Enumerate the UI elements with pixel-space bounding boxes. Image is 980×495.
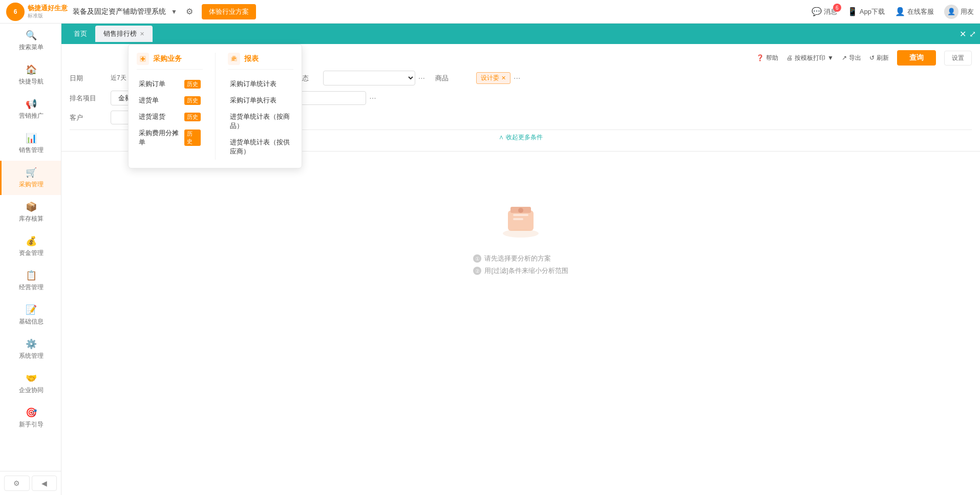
svg-text:6: 6 xyxy=(14,8,17,15)
goods-label: 商品 xyxy=(435,74,466,83)
help-label: 帮助 xyxy=(766,54,778,62)
system-title: 装备及固定资产辅助管理系统 xyxy=(73,7,166,16)
tab-bar-close-btn[interactable]: ✕ xyxy=(960,29,966,39)
logo-text: 畅捷通好生意 标准版 xyxy=(28,4,68,19)
sidebar-item-quick[interactable]: 🏠 快捷导航 xyxy=(0,58,61,92)
goods-dots-btn[interactable]: ··· xyxy=(514,74,520,83)
filter-settings-btn[interactable]: 设置 xyxy=(944,51,972,66)
user-area[interactable]: 👤 用友 xyxy=(944,5,974,19)
menu-item-purchase-order-stat[interactable]: 采购订单统计表 xyxy=(228,76,294,92)
sidebar-label-system: 系统管理 xyxy=(19,352,44,360)
home-icon: 🏠 xyxy=(26,64,37,75)
inventory-icon: 📦 xyxy=(26,201,37,212)
help-btn[interactable]: ❓ 帮助 xyxy=(756,54,778,62)
sidebar-label-quick: 快捷导航 xyxy=(19,77,44,86)
app-download-btn[interactable]: 📱 App下载 xyxy=(847,7,885,16)
print-btn[interactable]: 🖨 按模板打印 ▼ xyxy=(786,54,834,62)
sidebar-bottom: ⚙ ◀ xyxy=(0,471,61,495)
empty-tips: ① 请先选择要分析的方案 ② 用[过滤]条件来缩小分析范围 xyxy=(473,254,568,278)
sidebar-settings-btn[interactable]: ⚙ xyxy=(4,476,30,491)
order-status-select[interactable] xyxy=(323,71,415,85)
purchase-order-exec-label: 采购订单执行表 xyxy=(230,96,276,105)
menu-item-purchase-order-exec[interactable]: 采购订单执行表 xyxy=(228,92,294,109)
sidebar-collapse-btn[interactable]: ◀ xyxy=(32,476,57,491)
menu-item-purchase-order[interactable]: 采购订单 历史 xyxy=(137,76,203,92)
tab-close-icon[interactable]: ✕ xyxy=(140,31,144,37)
refresh-btn[interactable]: ↺ 刷新 xyxy=(869,54,889,62)
sidebar-label-cooperation: 企业协同 xyxy=(19,386,44,395)
goods-receipt-label: 进货单 xyxy=(139,96,159,105)
sidebar-item-basic[interactable]: 📝 基础信息 xyxy=(0,298,61,332)
print-icon: 🖨 xyxy=(786,54,793,61)
online-service-btn[interactable]: 👤 在线客服 xyxy=(895,7,934,16)
purchase-col-header: 采购业务 xyxy=(137,53,203,70)
goods-return-label: 进货退货 xyxy=(139,112,165,121)
logo-sub: 标准版 xyxy=(28,12,68,19)
sidebar-item-guide[interactable]: 🎯 新手引导 xyxy=(0,401,61,435)
print-label: 按模板打印 xyxy=(795,54,825,62)
logo-main: 畅捷通好生意 xyxy=(28,4,68,13)
goods-return-badge: 历史 xyxy=(184,113,201,121)
app-download-label: App下载 xyxy=(860,7,885,16)
export-btn[interactable]: ↗ 导出 xyxy=(842,54,861,62)
sales-icon: 📊 xyxy=(26,133,37,144)
online-service-label: 在线客服 xyxy=(907,7,934,16)
sidebar-label-basic: 基础信息 xyxy=(19,317,44,326)
message-btn[interactable]: 💬 消息 6 xyxy=(812,7,837,16)
sidebar-item-operation[interactable]: 📋 经营管理 xyxy=(0,264,61,298)
sidebar-item-finance[interactable]: 💰 资金管理 xyxy=(0,229,61,264)
sidebar-label-marketing: 营销推广 xyxy=(19,112,44,120)
content-area: 首页 销售排行榜 ✕ ✕ ⤢ ❓ 帮助 🖨 xyxy=(61,24,980,495)
rank-label: 排名项目 xyxy=(70,94,100,103)
sidebar-item-marketing[interactable]: 📢 营销推广 xyxy=(0,92,61,126)
svg-rect-10 xyxy=(232,56,236,58)
sidebar-item-sales[interactable]: 📊 销售管理 xyxy=(0,126,61,161)
report-col-icon xyxy=(228,53,240,65)
goods-tag: 设计委 ✕ xyxy=(476,72,510,84)
sidebar: 🔍 搜索菜单 🏠 快捷导航 📢 营销推广 📊 销售管理 🛒 采购管理 📦 库存核… xyxy=(0,24,61,495)
tab-home[interactable]: 首页 xyxy=(66,26,95,42)
menu-item-goods-receipt-stat-goods[interactable]: 进货单统计表（按商品） xyxy=(228,109,294,134)
svg-rect-3 xyxy=(508,210,534,231)
purchase-col: 采购业务 采购订单 历史 进货单 历史 进货退货 历史 xyxy=(137,53,203,160)
export-label: 导出 xyxy=(849,54,861,62)
goods-tag-close[interactable]: ✕ xyxy=(501,75,506,81)
tab-sales-ranking[interactable]: 销售排行榜 ✕ xyxy=(95,26,153,42)
purchase-icon: 🛒 xyxy=(26,167,37,178)
marketing-icon: 📢 xyxy=(26,98,37,110)
menu-item-purchase-expense[interactable]: 采购费用分摊单 历史 xyxy=(137,125,203,150)
sidebar-label-finance: 资金管理 xyxy=(19,249,44,257)
empty-illustration xyxy=(495,192,546,244)
basic-icon: 📝 xyxy=(26,304,37,315)
logo-icon: 6 xyxy=(6,3,25,21)
order-status-dots-btn[interactable]: ··· xyxy=(418,74,425,83)
tip-text-2: 用[过滤]条件来缩小分析范围 xyxy=(484,266,568,275)
svg-point-5 xyxy=(518,208,523,213)
experience-btn[interactable]: 体验行业方案 xyxy=(202,4,256,19)
query-btn[interactable]: 查询 xyxy=(897,50,936,66)
refresh-label: 刷新 xyxy=(877,54,889,62)
sidebar-item-cooperation[interactable]: 🤝 企业协同 xyxy=(0,367,61,401)
sidebar-item-search[interactable]: 🔍 搜索菜单 xyxy=(0,24,61,58)
menu-item-goods-return[interactable]: 进货退货 历史 xyxy=(137,109,203,125)
purchase-order-badge: 历史 xyxy=(184,80,201,89)
tab-bar-expand-btn[interactable]: ⤢ xyxy=(969,29,976,39)
sidebar-item-inventory[interactable]: 📦 库存核算 xyxy=(0,195,61,229)
logo-area: 6 畅捷通好生意 标准版 xyxy=(6,3,68,21)
sidebar-label-guide: 新手引导 xyxy=(19,420,44,429)
sidebar-item-purchase[interactable]: 🛒 采购管理 xyxy=(0,161,61,195)
svg-rect-7 xyxy=(513,218,523,220)
sidebar-item-system[interactable]: ⚙️ 系统管理 xyxy=(0,332,61,367)
print-dropdown-icon: ▼ xyxy=(827,54,834,61)
system-settings-btn[interactable]: ⚙ xyxy=(182,5,197,19)
date-range-display: 近7天 xyxy=(111,74,126,82)
customer-label: 客户 xyxy=(70,113,100,122)
menu-item-goods-receipt-stat-supplier[interactable]: 进货单统计表（按供应商） xyxy=(228,134,294,160)
system-dropdown-btn[interactable]: ▼ xyxy=(171,8,177,15)
sidebar-label-sales: 销售管理 xyxy=(19,146,44,155)
help-icon: ❓ xyxy=(756,54,764,61)
menu-item-goods-receipt[interactable]: 进货单 历史 xyxy=(137,92,203,109)
top-header: 6 畅捷通好生意 标准版 装备及固定资产辅助管理系统 ▼ ⚙ 体验行业方案 💬 … xyxy=(0,0,980,24)
salesman-dots-btn[interactable]: ··· xyxy=(369,94,376,103)
sidebar-label-inventory: 库存核算 xyxy=(19,214,44,223)
